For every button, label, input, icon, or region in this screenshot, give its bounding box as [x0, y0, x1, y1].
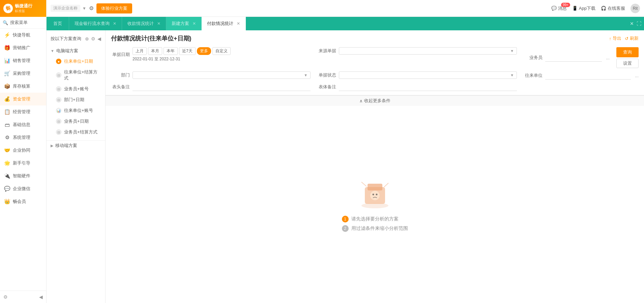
filter-agent-label: 业务员: [524, 55, 543, 61]
filter-source-value[interactable]: ▼: [339, 47, 517, 55]
sidebar-header: 畅 畅捷通行 标准版: [0, 0, 46, 17]
scheme-add-btn[interactable]: ⊕: [85, 36, 89, 41]
filter-note-body-input[interactable]: [339, 83, 517, 91]
filter-status-select[interactable]: ▼: [339, 71, 517, 79]
sidebar-item-wechat[interactable]: 💬 企业微信: [0, 182, 46, 195]
tab-cashflow[interactable]: 现金银行流水查询 ✕: [69, 17, 122, 30]
refresh-btn[interactable]: ↺ 刷新: [625, 35, 639, 41]
sidebar-item-label: 畅会员: [13, 199, 26, 205]
tip-num-1: 1: [342, 216, 349, 222]
scheme-group-desktop-header[interactable]: ▼ 电脑端方案: [47, 46, 105, 56]
app-download-btn[interactable]: 📱 App下载: [572, 5, 595, 11]
refresh-icon: ↺: [625, 36, 628, 41]
sidebar-nav: ⚡ 快捷导航 🎁 营销推广 📊 销售管理 🛒 采购管理 📦 库存核算 💰 资金管…: [0, 29, 46, 291]
sidebar-item-enterprise[interactable]: 🤝 企业协同: [0, 144, 46, 157]
sidebar-item-member[interactable]: 👑 畅会员: [0, 195, 46, 208]
footer-settings-btn[interactable]: ⚙: [3, 294, 8, 300]
filter-agent-input[interactable]: [545, 54, 602, 62]
message-icon: 💬: [551, 6, 557, 11]
basic-icon: 🗃: [4, 122, 10, 128]
user-avatar[interactable]: Rit: [631, 4, 640, 13]
tab-expand-btn[interactable]: ⛶: [637, 21, 641, 26]
scheme-item-0[interactable]: ● 往来单位+日期: [47, 56, 105, 67]
sidebar-item-inventory[interactable]: 📦 库存核算: [0, 80, 46, 93]
system-icon: ⚙: [4, 134, 10, 141]
tabs-actions: ✕ ⛶: [627, 17, 644, 30]
sidebar-item-marketing[interactable]: 🎁 营销推广: [0, 41, 46, 54]
date-btn-custom[interactable]: 自定义: [212, 47, 231, 55]
sidebar-item-quick-nav[interactable]: ⚡ 快捷导航: [0, 29, 46, 41]
tab-collection[interactable]: 收款情况统计 ✕: [122, 17, 166, 30]
tab-cashflow-close[interactable]: ✕: [113, 21, 116, 26]
scheme-item-2[interactable]: ⊟ 业务员+账号: [47, 84, 105, 94]
date-btn-last-month[interactable]: 上月: [133, 47, 147, 55]
scheme-group-mobile-header[interactable]: ▶ 移动端方案: [47, 141, 105, 151]
date-btn-this-month[interactable]: 本月: [148, 47, 162, 55]
tab-close-all-btn[interactable]: ✕: [630, 21, 634, 26]
marketing-icon: 🎁: [4, 45, 10, 51]
service-label: 在线客服: [608, 5, 625, 11]
sidebar-item-purchase[interactable]: 🛒 采购管理: [0, 67, 46, 80]
footer-collapse-btn[interactable]: ◀: [39, 294, 43, 300]
filter-partner-label: 往来单位: [524, 72, 543, 79]
date-btn-7days[interactable]: 近7天: [179, 47, 196, 55]
tab-payment-close[interactable]: ✕: [237, 21, 240, 26]
scheme-collapse-btn[interactable]: ◀: [97, 36, 101, 41]
sales-icon: 📊: [4, 58, 10, 64]
sidebar-item-label: 快捷导航: [13, 32, 30, 38]
export-btn[interactable]: ↑ 导出: [609, 35, 622, 41]
company-name: 演示企业名称: [51, 5, 80, 12]
scheme-item-icon-1: ⊟: [56, 72, 61, 78]
collapse-bar[interactable]: ∧ 收起更多条件: [106, 95, 644, 106]
setting-btn[interactable]: 设置: [616, 59, 639, 68]
service-icon: 🎧: [601, 6, 606, 11]
scheme-group-mobile-chevron-icon: ▶: [51, 144, 53, 148]
message-btn[interactable]: 💬 消息 99+: [551, 5, 567, 11]
sidebar-item-hardware[interactable]: 🔌 智能硬件: [0, 170, 46, 182]
filter-status-value[interactable]: ▼: [339, 71, 517, 79]
scheme-item-4[interactable]: 📊 往来单位+账号: [47, 105, 105, 116]
settings-gear-btn[interactable]: ⚙: [89, 5, 94, 11]
sidebar-item-system[interactable]: ⚙ 系统管理: [0, 131, 46, 144]
company-selector[interactable]: 演示企业名称 ▼: [51, 5, 86, 12]
tab-collection-close[interactable]: ✕: [157, 21, 160, 26]
filter-partner-input[interactable]: [545, 71, 631, 80]
sidebar-item-guide[interactable]: 🌟 新手引导: [0, 157, 46, 170]
scheme-group-chevron-icon: ▼: [51, 49, 54, 53]
tab-collection-label: 收款情况统计: [127, 21, 154, 27]
page-title: 付款情况统计(往来单位+日期): [111, 34, 192, 42]
tip-num-2: 2: [342, 225, 349, 232]
filter-dept-value[interactable]: ▼: [133, 71, 311, 79]
tab-new-scheme-close[interactable]: ✕: [193, 21, 196, 26]
scheme-item-label-4: 往来单位+账号: [64, 108, 93, 114]
search-icon: 🔍: [3, 20, 8, 25]
scheme-item-3[interactable]: ⊟ 部门+日期: [47, 94, 105, 105]
date-btn-more[interactable]: 更多: [197, 47, 211, 55]
scheme-item-1[interactable]: ⊟ 往来单位+结算方式: [47, 67, 105, 84]
date-btn-this-year[interactable]: 本年: [164, 47, 178, 55]
tab-payment[interactable]: 付款情况统计 ✕: [202, 17, 246, 30]
tab-new-scheme[interactable]: 新建方案 ✕: [166, 17, 202, 30]
scheme-settings-btn[interactable]: ⚙: [91, 36, 95, 41]
sidebar-item-sales[interactable]: 📊 销售管理: [0, 54, 46, 67]
filter-row-dept: 部门 ▼: [111, 71, 311, 79]
filter-note-head-input[interactable]: [133, 83, 311, 91]
scheme-item-5[interactable]: ⊟ 业务员+日期: [47, 116, 105, 127]
scheme-panel-actions: ⊕ ⚙ ◀: [85, 36, 101, 41]
service-btn[interactable]: 🎧 在线客服: [601, 5, 625, 11]
filter-partner-dots[interactable]: ...: [635, 73, 639, 78]
sidebar-item-basic[interactable]: 🗃 基础信息: [0, 118, 46, 131]
inventory-icon: 📦: [4, 83, 10, 89]
trial-btn[interactable]: 体验行业方案: [96, 3, 132, 13]
query-btn[interactable]: 查询: [616, 47, 639, 57]
search-menu[interactable]: 🔍 搜索菜单: [0, 17, 46, 29]
tab-home[interactable]: 首页: [47, 17, 69, 30]
filter-source-select[interactable]: ▼: [339, 47, 517, 55]
filter-dept-select[interactable]: ▼: [133, 71, 311, 79]
filter-source-arrow-icon: ▼: [510, 49, 514, 53]
topbar: 演示企业名称 ▼ ⚙ 体验行业方案 💬 消息 99+ 📱 App下载 🎧 在线客…: [47, 0, 644, 17]
sidebar-item-operation[interactable]: 📋 经营管理: [0, 105, 46, 118]
sidebar-item-finance[interactable]: 💰 资金管理: [0, 93, 46, 105]
scheme-item-6[interactable]: ⊟ 业务员+结算方式: [47, 127, 105, 138]
filter-agent-dots[interactable]: ...: [606, 55, 610, 60]
